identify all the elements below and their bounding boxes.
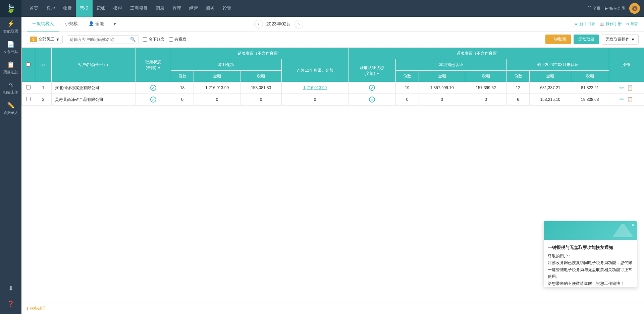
notification-title: 一键报税与无盘取票功能恢复通知 (548, 244, 633, 251)
refresh-btn[interactable]: ↻ 刷新 (626, 21, 639, 27)
sidebar-item-data-entry[interactable]: ✏️ 票据录入 (0, 98, 21, 119)
fullscreen-btn[interactable]: ⛶ 全屏 (587, 6, 601, 11)
period-next-button[interactable]: › (294, 20, 303, 28)
tax-disk-checkbox-label[interactable]: 有税盘 (169, 37, 186, 42)
th-check (22, 48, 35, 82)
employee-tag: 全 (30, 37, 37, 42)
row-until-count-0: 12 (506, 82, 529, 94)
nav-customer[interactable]: 客户 (42, 0, 59, 17)
new-guide-label: 新手引导 (579, 21, 595, 27)
period-prev-button[interactable]: ‹ (254, 20, 263, 28)
cert-status-filter-icon[interactable]: ▼ (376, 72, 380, 75)
fetch-status-icon-0: ✓ (150, 85, 156, 91)
star-icon: ★ (574, 22, 578, 26)
nav-bizitem[interactable]: 工商项目 (126, 0, 152, 17)
sidebar-item-issue-invoice[interactable]: 📄 发票开具 (0, 37, 21, 58)
no-disk-ops-button[interactable]: 无盘取票操作 ▼ (602, 34, 639, 45)
nav-home[interactable]: 首页 (25, 0, 42, 17)
detail-icon-0[interactable]: 📋 (627, 85, 633, 90)
row-until-tax-1: 19,808.63 (571, 94, 609, 106)
nav-invoice[interactable]: 票据 (76, 0, 93, 17)
nav-billing[interactable]: 收费 (59, 0, 76, 17)
row-sales-tax-1: 0 (240, 94, 281, 106)
fullscreen-label: 全屏 (593, 6, 601, 11)
row-until-amount-1: 153,215.10 (530, 94, 571, 106)
row-sales-amount-0: 1,216,013.99 (194, 82, 240, 94)
new-guide-btn[interactable]: ★ 新手引导 (574, 21, 595, 27)
nav-message[interactable]: 消息 (152, 0, 168, 17)
row-check-1[interactable] (22, 94, 35, 106)
fullscreen-icon: ⛶ (587, 6, 591, 11)
member-icon: ▶ (605, 6, 608, 11)
manual-label: 操作手册 (606, 21, 622, 27)
settings-icon[interactable]: ⚙ (41, 63, 45, 67)
name-account-label: 名下账套 (149, 37, 165, 42)
row-fetch-status-1: ✓ (136, 94, 171, 106)
notification-text: 江苏政务网已恢复访问电子税务局功能，您代账一键登陆电子税务局与无盘取票相关功能可… (548, 259, 633, 280)
tax-disk-checkbox[interactable] (169, 37, 173, 42)
name-account-checkbox-label[interactable]: 名下账套 (143, 37, 165, 42)
th-month-sales: 本月销项 (171, 59, 281, 71)
tab-bar: 一般纳税人 小规模 👤 全能 ▼ ‹ 2023年02月 › ★ 新手引导 📖 操… (21, 17, 644, 32)
select-all-checkbox[interactable] (26, 62, 31, 67)
tax-policy-link[interactable]: ℹ 税务政策 (27, 306, 46, 311)
nav-manage[interactable]: 管理 (168, 0, 185, 17)
employee-select[interactable]: 全 全部员工 ▼ (27, 35, 63, 44)
manual-btn[interactable]: 📖 操作手册 (599, 21, 622, 27)
th-purchase-group: 进项发票（不含作废票） (348, 48, 609, 59)
sidebar-item-invoice-summary[interactable]: 📋 票据汇总 (0, 58, 21, 78)
sidebar-item-scan-upload[interactable]: 🖨 扫描上传 (0, 78, 21, 98)
tax-disk-label: 有税盘 (174, 37, 186, 42)
top-nav: 首页 客户 收费 票据 记账 报税 工商项目 消息 管理 经营 服务 设置 ⛶ … (21, 0, 644, 17)
member-btn[interactable]: ▶ 畅享会员 (605, 6, 625, 11)
nav-tax[interactable]: 报税 (109, 0, 126, 17)
member-label: 畅享会员 (609, 6, 625, 11)
notification-apology: 给您带来的不便敬请谅解，祝您工作愉快！ (548, 280, 633, 287)
page-footer: ℹ 税务政策 (21, 303, 644, 314)
no-disk-fetch-button[interactable]: 无盘取票 (574, 35, 599, 44)
row-period-amount-1: 0 (419, 94, 465, 106)
tab-general-taxpayer[interactable]: 一般纳税人 (27, 17, 59, 32)
filter-right: 一键取票 无盘取票 无盘取票操作 ▼ (545, 34, 639, 45)
row-12m-0[interactable]: 1,216,013.99 (282, 82, 348, 94)
svg-marker-0 (611, 224, 633, 237)
sidebar-help[interactable]: ❓ (4, 297, 17, 311)
search-button[interactable]: 🔍 (127, 36, 139, 43)
nav-settings[interactable]: 设置 (219, 0, 235, 17)
th-period-cert: 本税期已认证 (396, 59, 506, 71)
edit-icon-0[interactable]: ✏ (620, 85, 624, 90)
row-fetch-status-0: ✓ (136, 82, 171, 94)
tab-all[interactable]: 👤 全能 (83, 17, 109, 32)
row-check-0[interactable] (22, 82, 35, 94)
search-input[interactable] (67, 36, 127, 44)
th-sales-amount: 金额 (194, 71, 240, 82)
cert-status-all: (全部) (364, 71, 375, 76)
tab-small-scale[interactable]: 小规模 (59, 17, 83, 32)
row-sales-tax-0: 158,081.83 (240, 82, 281, 94)
12m-link-0[interactable]: 1,216,013.99 (303, 85, 327, 90)
sidebar-download[interactable]: ⬇ (4, 282, 17, 295)
detail-icon-1[interactable]: 📋 (627, 97, 633, 102)
dropdown-arrow-icon: ▼ (56, 37, 60, 42)
row-period-tax-0: 157,399.62 (465, 82, 506, 94)
avatar[interactable]: 🐻 (629, 3, 640, 14)
one-click-fetch-button[interactable]: 一键取票 (545, 35, 571, 44)
nav-service[interactable]: 服务 (202, 0, 219, 17)
row-num-0: 1 (35, 82, 52, 94)
tab-more-button[interactable]: ▼ (111, 17, 119, 32)
customer-filter-icon[interactable]: ▼ (106, 63, 109, 67)
row-checkbox-0[interactable] (26, 85, 31, 89)
row-checkbox-1[interactable] (26, 97, 31, 101)
fetch-status-filter-icon[interactable]: ▼ (158, 66, 161, 70)
table-row: 1 河北柯橡栎实业有限公司 ✓ 18 1,216,013.99 158,081.… (22, 82, 644, 94)
row-sales-count-0: 18 (171, 82, 194, 94)
row-period-amount-0: 1,357,999.10 (419, 82, 465, 94)
edit-icon-1[interactable]: ✏ (620, 97, 624, 102)
nav-operation[interactable]: 经营 (185, 0, 202, 17)
period-label: 2023年02月 (266, 21, 291, 27)
sidebar-item-smart-fetch[interactable]: ⚡ 智能取票 (0, 17, 21, 37)
th-until-count: 份数 (506, 71, 529, 82)
name-account-checkbox[interactable] (143, 37, 147, 42)
row-actions-0: ✏ 📋 (609, 82, 644, 94)
nav-account[interactable]: 记账 (93, 0, 109, 17)
